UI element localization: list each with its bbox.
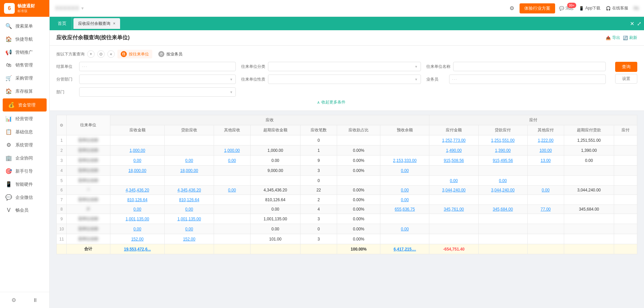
sidebar-bottom: ⚙ ⏸ <box>0 292 49 308</box>
sidebar-label-inventory: 库存核算 <box>15 88 33 94</box>
table-settings-icon[interactable]: ⚙ <box>60 123 63 128</box>
tab-close-window-icon[interactable]: ✕ <box>630 20 634 27</box>
filter-label-text: 按以下方案查询 <box>56 51 85 57</box>
tab-close-icon[interactable]: × <box>113 21 115 26</box>
data-table: ⚙ 往来单位 应收 应付 应收金额 贷款应收 其他应收 超期应收金额 应收笔数 … <box>56 115 637 254</box>
col-ar-prepay: 预收余额 <box>380 125 429 135</box>
breadcrumb-chevron: ▼ <box>80 6 85 11</box>
sidebar-label-corp: 企业协同 <box>15 155 33 161</box>
col-ap-amount: 应付金额 <box>429 125 478 135</box>
category-input[interactable]: ▼ <box>268 62 421 71</box>
main-area: 某某某某某某 ▼ ⚙ 体验行业方案 💬 消息 99+ 📱 App下载 🎧 在线客… <box>50 0 644 308</box>
group-receivable-header: 应收 <box>110 115 429 125</box>
sidebar-menu: 🔍搜索菜单🏠快捷导航📢营销推广🛍销售管理🛒采购管理🏠库存核算💰资金管理📊经营管理… <box>0 17 49 292</box>
sidebar-label-marketing: 营销推广 <box>15 49 33 55</box>
col-ap-loan: 贷款应付 <box>478 125 527 135</box>
filter-field-settlement: 结算单位 ··· <box>56 62 236 71</box>
query-buttons: 查询 设置 <box>615 62 637 84</box>
sidebar-item-guide[interactable]: 🎯新手引导 <box>0 165 49 178</box>
dept-input[interactable]: ▼ <box>79 75 236 84</box>
sidebar-item-wechat[interactable]: 💬企业微信 <box>0 191 49 204</box>
sidebar-item-quicknav[interactable]: 🏠快捷导航 <box>0 33 49 46</box>
query-button[interactable]: 查询 <box>615 62 637 72</box>
sidebar-item-basic[interactable]: 📋基础信息 <box>0 125 49 138</box>
refresh-button[interactable]: 🔄 刷新 <box>623 35 637 41</box>
group-payable-header: 应付 <box>429 115 637 125</box>
sidebar-item-operation[interactable]: 📊经营管理 <box>0 112 49 125</box>
filter-collapse-btn[interactable]: « <box>107 50 115 58</box>
settlement-input[interactable]: ··· <box>79 62 236 71</box>
sidebar-icon-sales: 🛍 <box>5 62 12 68</box>
filter-grid: 结算单位 ··· 往来单位分类 ▼ <box>56 62 606 97</box>
sidebar-icon-basic: 📋 <box>5 129 12 135</box>
collapse-more-btn[interactable]: ∧ 收起更多条件 <box>56 98 606 106</box>
sidebar-icon-marketing: 📢 <box>5 49 12 55</box>
sidebar-label-search: 搜索菜单 <box>15 23 33 29</box>
table-row: 6^4,345,436.204,345,436.200.004,345,436.… <box>57 186 637 195</box>
sidebar-label-system: 系统管理 <box>15 142 33 148</box>
filter-field-nature: 往来单位性质 ▼ <box>241 75 421 84</box>
col-ar-ratio: 应收款占比 <box>337 125 380 135</box>
sidebar-icon-quicknav: 🏠 <box>5 36 12 42</box>
col-ar-other: 其他应收 <box>214 125 250 135</box>
filter-settings-button[interactable]: 设置 <box>615 74 637 84</box>
sidebar-icon-corp: 🏢 <box>5 155 12 161</box>
sidebar-item-system[interactable]: ⚙系统管理 <box>0 138 49 151</box>
tab-home[interactable]: 首页 <box>52 17 72 30</box>
tab-label: 应收应付余额查询 <box>78 21 110 27</box>
app-download-action[interactable]: 📱 App下载 <box>579 5 600 11</box>
page-content: 应收应付余额查询(按往来单位) 📤 导出 🔄 刷新 按以下方案查询 + ⊙ « <box>50 30 644 308</box>
salesperson-input[interactable]: ··· <box>449 75 606 84</box>
sidebar-item-sales[interactable]: 🛍销售管理 <box>0 59 49 72</box>
sidebar-item-corp[interactable]: 🏢企业协同 <box>0 151 49 165</box>
table-row: 10某单位名称0.000.000.0000.00%0.00 <box>57 224 637 234</box>
header-gear-icon[interactable]: ⚙ <box>508 4 516 13</box>
filter-add-btn[interactable]: + <box>87 50 95 58</box>
user-info[interactable]: Rit <box>634 6 639 11</box>
col-ar-overdue: 超期应收金额 <box>250 125 300 135</box>
table-row: 4某单位名称18,000.0018,000.009,000.0030.00%0.… <box>57 166 637 176</box>
sidebar-item-hardware[interactable]: 📱智能硬件 <box>0 178 49 191</box>
settings-icon[interactable]: ⚙ <box>10 296 17 305</box>
filter-type-staff[interactable]: ⏱ 按业务员 <box>155 50 186 58</box>
footer-ar-amount[interactable]: 19,553,472,6... <box>110 244 165 254</box>
sidebar-icon-inventory: 🏠 <box>5 88 12 94</box>
sidebar-item-marketing[interactable]: 📢营销推广 <box>0 46 49 59</box>
promo-button[interactable]: 体验行业方案 <box>520 3 555 13</box>
tab-bar: 首页 应收应付余额查询 × ✕ ⤢ <box>50 17 644 30</box>
sidebar-icon-hardware: 📱 <box>5 181 12 187</box>
filter-settings-btn[interactable]: ⊙ <box>97 50 105 58</box>
sidebar-label-member: 畅会员 <box>15 207 29 213</box>
sidebar-item-finance[interactable]: 💰资金管理 <box>3 98 47 112</box>
export-icon: 📤 <box>606 36 611 40</box>
collapse-sidebar-icon[interactable]: ⏸ <box>31 296 39 305</box>
logo-icon: 6 <box>4 3 15 14</box>
sidebar-item-search[interactable]: 🔍搜索菜单 <box>0 19 49 33</box>
col-ap-overdue: 超期应付货款 <box>564 125 614 135</box>
filter-field-category: 往来单位分类 ▼ <box>241 62 421 71</box>
filter-field-dept: 分管部门 ▼ <box>56 75 236 84</box>
filter-type-partner[interactable]: 往 按往来单位 <box>117 50 152 58</box>
partner-name-input[interactable] <box>453 62 606 71</box>
division-input[interactable]: ▼ <box>79 87 236 97</box>
sidebar-item-purchase[interactable]: 🛒采购管理 <box>0 72 49 85</box>
footer-ap-amount: -654,751.40 <box>429 244 478 254</box>
message-action[interactable]: 💬 消息 99+ <box>559 5 574 11</box>
message-icon: 💬 <box>559 6 564 11</box>
tab-current[interactable]: 应收应付余额查询 × <box>73 18 120 29</box>
export-button[interactable]: 📤 导出 <box>606 35 620 41</box>
tab-maximize-icon[interactable]: ⤢ <box>637 20 641 27</box>
app-label: App下载 <box>585 5 600 11</box>
nature-input[interactable]: ▼ <box>268 75 421 84</box>
table-footer-row: 合计 19,553,472,6... 100.00% 6,417,215....… <box>57 244 637 254</box>
table-row: 3某单位名称0.000.000.000.0090.00%2,153,333.00… <box>57 156 637 166</box>
tab-bar-actions: ✕ ⤢ <box>630 20 641 27</box>
table-row: 2某单位名称1,000.001,000.001,000.0010.00%1,49… <box>57 145 637 156</box>
sidebar-item-inventory[interactable]: 🏠库存核算 <box>0 85 49 98</box>
staff-type-icon: ⏱ <box>158 51 164 57</box>
service-action[interactable]: 🎧 在线客服 <box>606 5 628 11</box>
sidebar-item-member[interactable]: V畅会员 <box>0 204 49 217</box>
footer-ar-prepay[interactable]: 6,417,215.... <box>380 244 429 254</box>
sidebar-label-guide: 新手引导 <box>15 168 33 174</box>
table-row: 9某单位名称1,001,135.001,001,135.001,001,135.… <box>57 214 637 224</box>
